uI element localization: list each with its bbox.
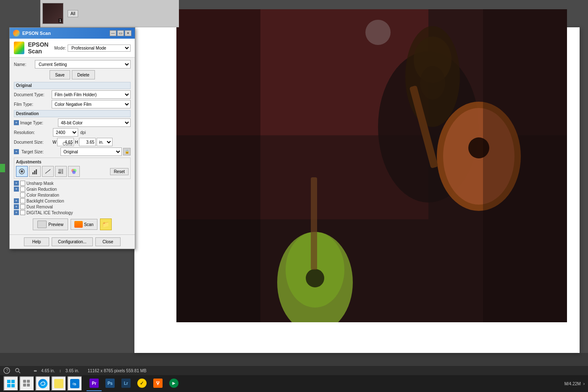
dust-removal-checkbox[interactable]	[20, 204, 25, 209]
svg-rect-35	[11, 380, 15, 383]
color-restoration-row: Color Restoration	[14, 192, 131, 197]
configuration-button[interactable]: Configuration...	[52, 237, 93, 246]
delete-button[interactable]: Delete	[72, 70, 95, 79]
svg-rect-38	[23, 380, 26, 383]
folder-button[interactable]: 📁	[100, 218, 112, 230]
size-unit-select[interactable]: in. cm px	[97, 138, 113, 146]
avast-app[interactable]: ⛛	[150, 376, 165, 391]
photo-preview	[176, 9, 567, 322]
height-label: H	[75, 140, 78, 145]
settings-name-select[interactable]: Current Setting	[35, 60, 131, 68]
explorer-button[interactable]	[51, 376, 66, 391]
svg-rect-16	[176, 9, 260, 322]
svg-text:🛍: 🛍	[73, 382, 76, 386]
svg-point-6	[420, 66, 445, 100]
lightroom-icon: Lr	[121, 379, 131, 388]
task-view-button[interactable]	[19, 376, 34, 391]
other-app[interactable]: ►	[166, 376, 181, 391]
svg-text:?: ?	[6, 368, 8, 373]
image-type-expand[interactable]: +	[14, 120, 19, 125]
target-size-expand[interactable]: +	[14, 149, 19, 154]
help-button[interactable]: Help	[24, 237, 49, 246]
svg-rect-20	[32, 172, 34, 174]
target-size-row: + Target Size: Original 🔒	[14, 147, 131, 156]
windows-store-button[interactable]: 🛍	[67, 376, 82, 391]
minimize-button[interactable]: —	[110, 30, 116, 36]
premiere-app[interactable]: Pr	[87, 376, 102, 391]
tray-arrow[interactable]: ›	[583, 381, 585, 386]
edge-browser-button[interactable]	[35, 376, 50, 391]
dust-expand[interactable]: +	[14, 204, 19, 209]
dust-removal-row: + Dust Removal	[14, 204, 131, 209]
svg-point-29	[72, 171, 76, 174]
scan-button[interactable]: Scan	[71, 219, 97, 230]
explorer-icon	[54, 379, 63, 388]
digital-ice-checkbox[interactable]	[20, 210, 25, 215]
dialog-titlebar: EPSON Scan — ▭ ✕	[10, 28, 135, 39]
film-type-label: Film Type:	[14, 102, 52, 107]
color-restoration-checkbox[interactable]	[20, 192, 25, 197]
svg-rect-34	[7, 380, 10, 383]
thumbnail-item[interactable]: 1	[42, 3, 63, 24]
edge-icon	[38, 379, 47, 388]
adj-icon-levels[interactable]	[55, 166, 67, 177]
unsharp-expand[interactable]: +	[14, 181, 19, 186]
zoom-icon-info[interactable]	[14, 367, 21, 374]
bottom-buttons: Help Configuration... Close	[10, 234, 135, 249]
epson-logo-area: EPSON Scan Mode: Professional Mode	[10, 39, 135, 58]
adj-icon-circle[interactable]	[16, 166, 28, 177]
backlight-expand[interactable]: +	[14, 198, 19, 203]
start-button[interactable]	[3, 376, 18, 391]
photoshop-app[interactable]: Ps	[102, 376, 118, 391]
adj-icon-histogram[interactable]	[29, 166, 41, 177]
resolution-select[interactable]: 2400	[53, 128, 78, 137]
lock-button[interactable]: 🔒	[123, 148, 131, 155]
svg-rect-17	[483, 9, 567, 322]
preview-button[interactable]: Preview	[33, 218, 68, 230]
lightroom-app[interactable]: Lr	[118, 376, 134, 391]
document-type-select[interactable]: Film (with Film Holder)	[52, 90, 131, 99]
color-restoration-label: Color Restoration	[26, 193, 59, 197]
adj-icon-color[interactable]	[68, 166, 80, 177]
image-type-select[interactable]: 48-bit Color	[58, 118, 131, 127]
height-input[interactable]	[79, 138, 96, 146]
svg-rect-22	[36, 169, 37, 174]
epson-scan-dialog: EPSON Scan — ▭ ✕ EPSON Scan Mode: Profes…	[9, 27, 135, 249]
grain-reduction-row: + Grain Reduction	[14, 187, 131, 192]
grain-expand[interactable]: +	[14, 187, 19, 192]
backlight-correction-checkbox[interactable]	[20, 198, 25, 203]
digital-ice-expand[interactable]: +	[14, 210, 19, 215]
svg-point-15	[365, 20, 391, 45]
unsharp-mask-checkbox[interactable]	[20, 181, 25, 186]
close-button[interactable]: ✕	[125, 30, 131, 36]
document-type-label: Document Type:	[14, 92, 52, 97]
photo-svg	[176, 9, 567, 322]
restore-button[interactable]: ▭	[117, 30, 124, 36]
grain-reduction-checkbox[interactable]	[20, 187, 25, 192]
norton-app[interactable]: ✓	[134, 376, 150, 391]
grain-reduction-label: Grain Reduction	[26, 187, 57, 192]
width-value: 4.65 in.	[41, 368, 55, 373]
image-type-row: + Image Type: 48-bit Color	[14, 118, 131, 127]
mode-select[interactable]: Professional Mode	[68, 45, 131, 52]
premiere-icon: Pr	[89, 379, 99, 388]
store-icon: 🛍	[70, 379, 79, 388]
svg-point-19	[21, 170, 23, 173]
adj-icon-curves[interactable]	[42, 166, 54, 177]
thumbnail-all-button[interactable]: All	[68, 10, 78, 17]
reset-button[interactable]: Reset	[110, 168, 129, 175]
close-dialog-button[interactable]: Close	[95, 237, 121, 246]
unsharp-mask-label: Unsharp Mask	[26, 181, 53, 186]
backlight-correction-row: + Backlight Correction	[14, 198, 131, 203]
settings-name-label: Name:	[14, 62, 35, 67]
film-type-select[interactable]: Color Negative Film	[52, 100, 131, 108]
other-icon: ►	[169, 379, 178, 388]
checkbox-list: + Unsharp Mask + Grain Reduction Color R…	[14, 181, 131, 215]
adj-icons-row: Reset	[16, 166, 129, 177]
target-size-select[interactable]: Original	[60, 147, 122, 156]
thumbnail-strip: 1 All	[40, 0, 179, 27]
epson-logo-icon	[14, 42, 24, 54]
help-icon-info[interactable]: ?	[3, 367, 10, 374]
save-button[interactable]: Save	[50, 70, 70, 79]
svg-rect-14	[311, 177, 317, 270]
